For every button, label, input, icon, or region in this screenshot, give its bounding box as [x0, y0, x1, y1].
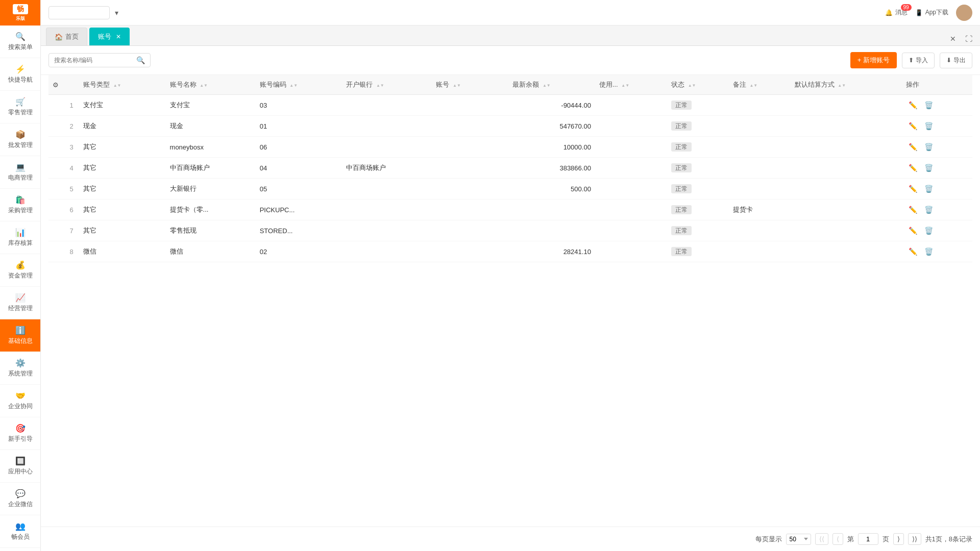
last-page-button[interactable]: ⟩⟩ — [908, 533, 921, 545]
app-center-icon: 🔲 — [3, 456, 38, 466]
th-remark[interactable]: 备注 ▲▼ — [729, 75, 791, 95]
prev-page-button[interactable]: ⟨ — [832, 533, 843, 545]
row-num-cell: 1 — [64, 95, 79, 116]
delete-button[interactable]: 🗑️ — [922, 226, 936, 236]
edit-button[interactable]: ✏️ — [906, 121, 920, 131]
search-input[interactable] — [54, 57, 136, 64]
fullscreen-icon[interactable]: ⛶ — [963, 32, 975, 45]
th-settings[interactable]: ⚙ — [48, 75, 64, 95]
th-code[interactable]: 账号编码 ▲▼ — [256, 75, 342, 95]
sidebar-item-search-menu[interactable]: 🔍 搜索菜单 — [0, 26, 40, 58]
sidebar-item-quick-nav[interactable]: ⚡ 快捷导航 — [0, 58, 40, 91]
th-name[interactable]: 账号名称 ▲▼ — [166, 75, 256, 95]
export-button[interactable]: ⬇ 导出 — [940, 53, 972, 68]
top-header: ▾ 🔔 99 消息 📱 App下载 — [41, 0, 980, 26]
sidebar-item-retail-mgmt[interactable]: 🛒 零售管理 — [0, 91, 40, 123]
row-settings-cell — [48, 241, 64, 262]
edit-button[interactable]: ✏️ — [906, 100, 920, 110]
row-code-cell: 03 — [256, 95, 342, 116]
edit-button[interactable]: ✏️ — [906, 246, 920, 257]
th-account[interactable]: 账号 ▲▼ — [432, 75, 508, 95]
row-use-cell — [595, 220, 667, 241]
sidebar-item-member[interactable]: 👥 畅会员 — [0, 515, 40, 548]
user-avatar[interactable] — [956, 5, 972, 21]
app-logo: 畅 乐版 — [0, 0, 41, 26]
sidebar-item-inventory[interactable]: 📊 库存核算 — [0, 221, 40, 254]
edit-button[interactable]: ✏️ — [906, 184, 920, 194]
sidebar-item-system-mgmt[interactable]: ⚙️ 系统管理 — [0, 352, 40, 385]
row-balance-cell: -90444.00 — [508, 95, 595, 116]
sidebar-item-ecommerce-mgmt[interactable]: 💻 电商管理 — [0, 156, 40, 189]
account-table: ⚙ 账号类型 ▲▼ 账号名称 ▲▼ 账号编码 ▲▼ — [48, 75, 972, 262]
row-settle-cell — [791, 95, 902, 116]
row-remark-cell — [729, 137, 791, 158]
tab-account[interactable]: 账号 ✕ — [89, 28, 130, 45]
delete-button[interactable]: 🗑️ — [922, 121, 936, 131]
row-account-cell — [432, 220, 508, 241]
tab-home[interactable]: 🏠 首页 — [46, 28, 87, 45]
messages-button[interactable]: 🔔 99 消息 — [885, 8, 908, 17]
row-action-cell: ✏️ 🗑️ — [902, 137, 972, 158]
sort-settle-icon: ▲▼ — [838, 83, 846, 88]
sidebar-item-capital-mgmt[interactable]: 💰 资金管理 — [0, 254, 40, 287]
add-account-button[interactable]: + 新增账号 — [850, 52, 897, 68]
dropdown-button[interactable]: ▾ — [115, 9, 118, 17]
per-page-select[interactable]: 50 20 100 — [786, 534, 811, 545]
logo-icon: 畅 — [13, 4, 28, 14]
sidebar-item-enterprise-wechat[interactable]: 💬 企业微信 — [0, 483, 40, 515]
sidebar-item-basic-info[interactable]: ℹ️ 基础信息 — [0, 319, 40, 352]
row-name-cell: 微信 — [166, 241, 256, 262]
th-use[interactable]: 使用... ▲▼ — [595, 75, 667, 95]
th-type[interactable]: 账号类型 ▲▼ — [79, 75, 166, 95]
table-row: 1 支付宝 支付宝 03 -90444.00 正常 ✏️ 🗑️ — [48, 95, 972, 116]
next-page-button[interactable]: ⟩ — [893, 533, 904, 545]
table-row: 8 微信 微信 02 28241.10 正常 ✏️ 🗑️ — [48, 241, 972, 262]
delete-button[interactable]: 🗑️ — [922, 142, 936, 152]
delete-button[interactable]: 🗑️ — [922, 184, 936, 194]
th-bank[interactable]: 开户银行 ▲▼ — [342, 75, 432, 95]
th-balance[interactable]: 最新余额 ▲▼ — [508, 75, 595, 95]
export-label: 导出 — [953, 56, 966, 65]
row-status-cell: 正常 — [667, 179, 729, 199]
edit-button[interactable]: ✏️ — [906, 226, 920, 236]
row-settle-cell — [791, 158, 902, 179]
table-row: 4 其它 中百商场账户 04 中百商场账户 383866.00 正常 ✏️ 🗑️ — [48, 158, 972, 179]
row-remark-cell — [729, 158, 791, 179]
row-balance-cell — [508, 220, 595, 241]
edit-button[interactable]: ✏️ — [906, 142, 920, 152]
edit-button[interactable]: ✏️ — [906, 205, 920, 215]
row-name-cell: 中百商场账户 — [166, 158, 256, 179]
import-button[interactable]: ⬆ 导入 — [902, 53, 935, 68]
row-code-cell: STORED... — [256, 220, 342, 241]
page-suffix: 页 — [883, 535, 889, 544]
delete-button[interactable]: 🗑️ — [922, 205, 936, 215]
delete-button[interactable]: 🗑️ — [922, 163, 936, 173]
search-icon[interactable]: 🔍 — [136, 56, 145, 64]
sidebar-item-enterprise-agreement[interactable]: 🤝 企业协同 — [0, 385, 40, 417]
delete-button[interactable]: 🗑️ — [922, 246, 936, 257]
top-search-input[interactable] — [48, 6, 110, 19]
sidebar-item-ops-mgmt[interactable]: 📈 经营管理 — [0, 287, 40, 319]
th-status[interactable]: 状态 ▲▼ — [667, 75, 729, 95]
row-code-cell: 01 — [256, 116, 342, 137]
import-label: 导入 — [916, 56, 928, 65]
search-box: 🔍 — [48, 53, 151, 67]
close-window-icon[interactable]: ✕ — [947, 32, 959, 45]
th-settle[interactable]: 默认结算方式 ▲▼ — [791, 75, 902, 95]
row-settings-cell — [48, 199, 64, 220]
edit-button[interactable]: ✏️ — [906, 163, 920, 173]
page-input[interactable] — [858, 533, 878, 545]
sidebar-item-purchase-mgmt[interactable]: 🛍️ 采购管理 — [0, 189, 40, 221]
first-page-button[interactable]: ⟨⟨ — [815, 533, 828, 545]
row-bank-cell — [342, 241, 432, 262]
row-num-cell: 3 — [64, 137, 79, 158]
delete-button[interactable]: 🗑️ — [922, 100, 936, 110]
tab-close-icon[interactable]: ✕ — [116, 33, 121, 40]
row-bank-cell — [342, 116, 432, 137]
sidebar-item-new-guide[interactable]: 🎯 新手引导 — [0, 417, 40, 450]
row-action-cell: ✏️ 🗑️ — [902, 241, 972, 262]
sidebar-item-app-center[interactable]: 🔲 应用中心 — [0, 450, 40, 483]
sidebar-item-wholesale-mgmt[interactable]: 📦 批发管理 — [0, 123, 40, 156]
row-name-cell: 提货卡（零... — [166, 199, 256, 220]
app-download-button[interactable]: 📱 App下载 — [915, 8, 948, 17]
